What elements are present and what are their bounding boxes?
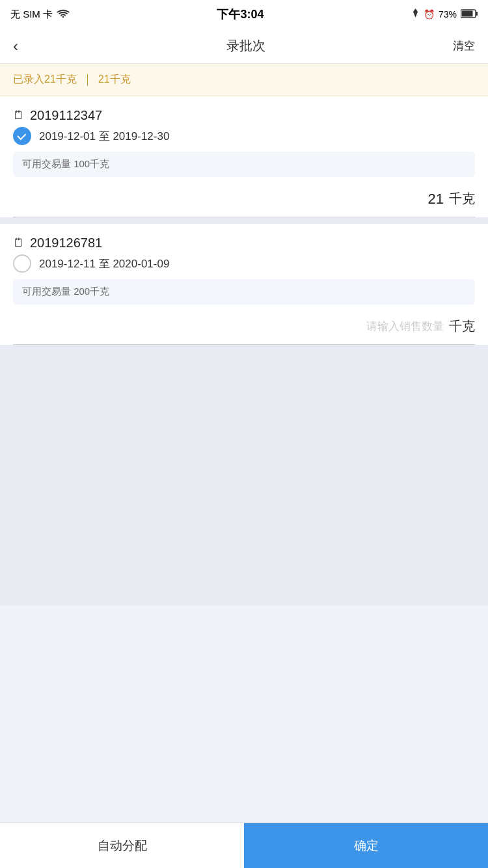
svg-rect-1 <box>461 10 472 16</box>
status-bar: 无 SIM 卡 下午3:04 ⏰ 73% <box>0 0 488 29</box>
batch-2-id: 2019126781 <box>30 236 102 251</box>
svg-rect-2 <box>476 12 478 16</box>
batch-2-amount-input[interactable] <box>314 320 444 333</box>
batch-item-2: 🗒 2019126781 2019-12-11 至 2020-01-09 可用交… <box>0 224 488 305</box>
alarm-icon: ⏰ <box>424 9 435 20</box>
nav-bar: ‹ 录批次 清空 <box>0 29 488 64</box>
batch-divider <box>0 217 488 224</box>
batch-2-header: 🗒 2019126781 <box>13 236 475 251</box>
status-time: 下午3:04 <box>217 7 264 22</box>
batch-item-1: 🗒 2019112347 2019-12-01 至 2019-12-30 可用交… <box>0 96 488 177</box>
batch-1-available: 可用交易量 100千克 <box>13 152 475 177</box>
carrier-label: 无 SIM 卡 <box>10 8 53 21</box>
back-button[interactable]: ‹ <box>13 37 39 55</box>
battery-pct: 73% <box>439 9 457 20</box>
wifi-icon <box>57 8 70 20</box>
location-icon <box>411 8 420 20</box>
confirm-button[interactable]: 确定 <box>244 823 488 868</box>
batch-1-unit: 千克 <box>449 190 475 208</box>
gray-area <box>0 345 488 605</box>
batch-1-date: 2019-12-01 至 2019-12-30 <box>39 129 169 144</box>
battery-icon <box>461 9 478 20</box>
batch-2-unit: 千克 <box>449 318 475 335</box>
batch-1-date-row: 2019-12-01 至 2019-12-30 <box>13 127 475 145</box>
page-title: 录批次 <box>226 37 265 55</box>
batch-card-2: 🗒 2019126781 2019-12-11 至 2020-01-09 可用交… <box>0 224 488 345</box>
batch-2-date: 2019-12-11 至 2020-01-09 <box>39 256 169 271</box>
batch-1-radio[interactable] <box>13 127 31 145</box>
batch-2-amount-row: 千克 <box>0 311 488 344</box>
recorded-value: 21千克 <box>98 73 131 87</box>
batch-1-id: 2019112347 <box>30 108 102 123</box>
batch-2-date-row: 2019-12-11 至 2020-01-09 <box>13 254 475 273</box>
batch-1-header: 🗒 2019112347 <box>13 108 475 123</box>
clear-button[interactable]: 清空 <box>453 38 475 53</box>
batch-card-1: 🗒 2019112347 2019-12-01 至 2019-12-30 可用交… <box>0 96 488 217</box>
auto-assign-button[interactable]: 自动分配 <box>0 823 244 868</box>
batch-2-icon: 🗒 <box>13 236 25 250</box>
status-right: ⏰ 73% <box>411 8 478 20</box>
bottom-bar: 自动分配 确定 <box>0 822 488 868</box>
batch-2-available: 可用交易量 200千克 <box>13 279 475 305</box>
banner-divider <box>87 74 88 86</box>
batch-1-icon: 🗒 <box>13 109 25 122</box>
recorded-label: 已录入21千克 <box>13 73 77 87</box>
info-banner: 已录入21千克 21千克 <box>0 64 488 96</box>
status-left: 无 SIM 卡 <box>10 8 70 21</box>
batch-2-radio[interactable] <box>13 254 31 273</box>
batch-1-amount-row: 千克 <box>0 183 488 217</box>
batch-1-amount-input[interactable] <box>366 191 444 208</box>
